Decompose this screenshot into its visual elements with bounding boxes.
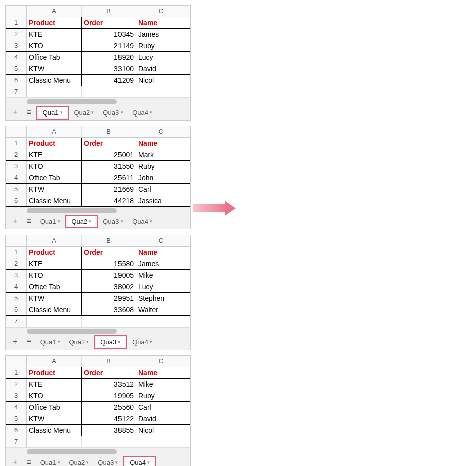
- cell-name[interactable]: Mike: [136, 270, 186, 281]
- tab-qua2[interactable]: Qua2▾: [65, 457, 93, 467]
- row-number[interactable]: 1: [6, 138, 27, 149]
- cell-order[interactable]: 38855: [82, 425, 136, 436]
- col-header-a[interactable]: A: [27, 6, 82, 17]
- row-number[interactable]: 7: [6, 86, 27, 97]
- cell-product[interactable]: KTW: [27, 293, 82, 304]
- row-number[interactable]: 3: [6, 270, 27, 281]
- tab-qua4[interactable]: Qua4▾: [128, 216, 156, 227]
- col-header-c[interactable]: C: [136, 235, 186, 246]
- cell-name[interactable]: Walter: [136, 304, 186, 315]
- cell-product[interactable]: KTO: [27, 40, 82, 51]
- row-number[interactable]: 6: [6, 75, 27, 86]
- cell-name[interactable]: Ruby: [136, 161, 186, 172]
- cell-name[interactable]: Ruby: [136, 40, 186, 51]
- cell-order[interactable]: 19005: [82, 270, 136, 281]
- cell-product[interactable]: KTO: [27, 390, 82, 401]
- tab-qua4[interactable]: Qua4▾: [128, 107, 156, 118]
- horizontal-scrollbar[interactable]: [6, 327, 190, 334]
- row-number[interactable]: 3: [6, 40, 27, 51]
- cell-product[interactable]: KTW: [27, 184, 82, 195]
- row-number[interactable]: 3: [6, 161, 27, 172]
- tab-qua3[interactable]: Qua3▾: [94, 457, 122, 467]
- tab-qua3[interactable]: Qua3▾: [96, 337, 125, 347]
- cell-order[interactable]: 44218: [82, 195, 136, 206]
- cell-product[interactable]: KTE: [27, 149, 82, 160]
- cell-order[interactable]: 21149: [82, 40, 136, 51]
- cell-name[interactable]: David: [136, 413, 186, 424]
- cell-order[interactable]: 31550: [82, 161, 136, 172]
- row-number[interactable]: 2: [6, 149, 27, 160]
- row-number[interactable]: 5: [6, 63, 27, 74]
- col-header-a[interactable]: A: [27, 235, 82, 246]
- col-header-c[interactable]: C: [136, 6, 186, 17]
- cell-order[interactable]: 19905: [82, 390, 136, 401]
- add-sheet-button[interactable]: +: [9, 458, 21, 466]
- cell-product[interactable]: Office Tab: [27, 402, 82, 413]
- col-header-c[interactable]: C: [136, 126, 186, 137]
- cell-order[interactable]: 25611: [82, 172, 136, 183]
- row-number[interactable]: 7: [6, 316, 27, 327]
- cell-product[interactable]: Office Tab: [27, 281, 82, 292]
- cell-product[interactable]: KTW: [27, 63, 82, 74]
- row-number[interactable]: 6: [6, 304, 27, 315]
- horizontal-scrollbar[interactable]: [6, 207, 190, 214]
- cell-order[interactable]: 25560: [82, 402, 136, 413]
- cell-name[interactable]: Mark: [136, 149, 186, 160]
- cell-product[interactable]: KTW: [27, 413, 82, 424]
- cell-name[interactable]: Lucy: [136, 281, 186, 292]
- row-number[interactable]: 2: [6, 29, 27, 40]
- row-number[interactable]: 4: [6, 402, 27, 413]
- row-number[interactable]: 3: [6, 390, 27, 401]
- horizontal-scrollbar[interactable]: [6, 448, 190, 455]
- col-header-c[interactable]: C: [136, 356, 186, 367]
- cell-order[interactable]: 41209: [82, 75, 136, 86]
- col-header-a[interactable]: A: [27, 356, 82, 367]
- row-number[interactable]: 1: [6, 247, 27, 258]
- cell-product[interactable]: Classic Menu: [27, 195, 82, 206]
- row-number[interactable]: 4: [6, 281, 27, 292]
- cell-name[interactable]: Lucy: [136, 52, 186, 63]
- cell-name[interactable]: Nicol: [136, 75, 186, 86]
- cell-order[interactable]: 25001: [82, 149, 136, 160]
- cell-order[interactable]: 38002: [82, 281, 136, 292]
- cell-product[interactable]: KTE: [27, 379, 82, 390]
- cell-product[interactable]: Classic Menu: [27, 425, 82, 436]
- cell-order[interactable]: 33512: [82, 379, 136, 390]
- cell-order[interactable]: 10345: [82, 29, 136, 40]
- col-header-b[interactable]: B: [82, 235, 136, 246]
- row-number[interactable]: 6: [6, 195, 27, 206]
- row-number[interactable]: 5: [6, 293, 27, 304]
- cell-order[interactable]: 29951: [82, 293, 136, 304]
- cell-order[interactable]: 21669: [82, 184, 136, 195]
- cell-name[interactable]: Nicol: [136, 425, 186, 436]
- tab-qua4[interactable]: Qua4▾: [126, 457, 154, 467]
- cell-product[interactable]: Office Tab: [27, 52, 82, 63]
- cell-name[interactable]: John: [136, 172, 186, 183]
- tab-qua3[interactable]: Qua3▾: [99, 107, 127, 118]
- cell-product[interactable]: KTE: [27, 258, 82, 269]
- tab-qua2[interactable]: Qua2▾: [68, 216, 96, 227]
- all-sheets-button[interactable]: ≡: [22, 337, 35, 346]
- cell-name[interactable]: Stephen: [136, 293, 186, 304]
- tab-qua2[interactable]: Qua2▾: [65, 337, 93, 347]
- row-number[interactable]: 4: [6, 172, 27, 183]
- col-header-b[interactable]: B: [82, 356, 136, 367]
- cell-product[interactable]: Office Tab: [27, 172, 82, 183]
- cell-order[interactable]: 15580: [82, 258, 136, 269]
- cell-order[interactable]: 33100: [82, 63, 136, 74]
- all-sheets-button[interactable]: ≡: [22, 217, 35, 226]
- cell-product[interactable]: KTO: [27, 161, 82, 172]
- cell-name[interactable]: Mike: [136, 379, 186, 390]
- add-sheet-button[interactable]: +: [9, 337, 21, 346]
- cell-order[interactable]: 33608: [82, 304, 136, 315]
- row-number[interactable]: 4: [6, 52, 27, 63]
- row-number[interactable]: 1: [6, 17, 27, 28]
- col-header-b[interactable]: B: [82, 126, 136, 137]
- all-sheets-button[interactable]: ≡: [22, 458, 35, 466]
- row-number[interactable]: 2: [6, 258, 27, 269]
- row-number[interactable]: 1: [6, 367, 27, 378]
- cell-name[interactable]: James: [136, 258, 186, 269]
- tab-qua1[interactable]: Qua1▾: [36, 337, 64, 347]
- cell-order[interactable]: 18920: [82, 52, 136, 63]
- cell-name[interactable]: Ruby: [136, 390, 186, 401]
